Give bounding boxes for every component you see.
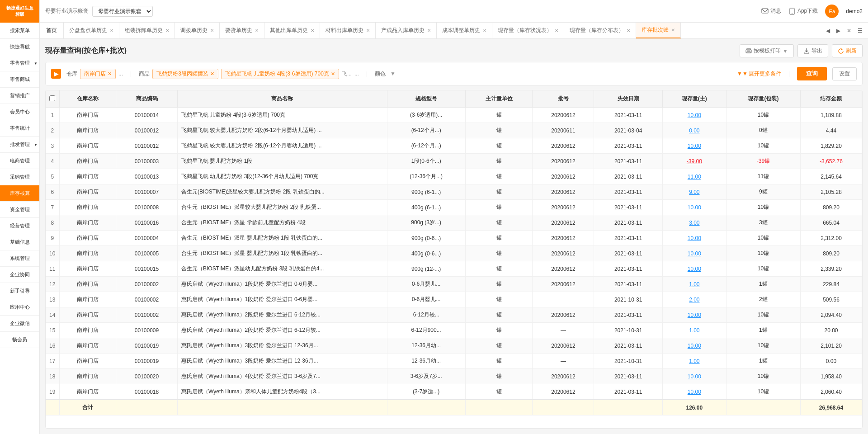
tab-menu[interactable]: ☰ <box>856 27 864 35</box>
message-button[interactable]: 消息 <box>761 7 781 15</box>
tab-item-8[interactable]: 现存量（库存状况表）✕ <box>492 23 564 38</box>
row-qty-main[interactable]: 0.00 <box>662 123 726 138</box>
sidebar-item-5[interactable]: 会员中心 <box>0 104 39 120</box>
tab-close-8[interactable]: ✕ <box>555 28 558 33</box>
tab-close-3[interactable]: ✕ <box>255 28 259 33</box>
product-tag-1[interactable]: 飞鹤奶粉3段丙罐摆装 ✕ <box>152 69 218 79</box>
export-button[interactable]: 导出 <box>797 44 828 57</box>
row-qty-main[interactable]: 2.00 <box>662 292 726 307</box>
warehouse-tag-close[interactable]: ✕ <box>108 71 112 77</box>
sidebar-item-18[interactable]: 企业微信 <box>0 316 39 332</box>
sidebar-item-7[interactable]: 批发管理 <box>0 137 39 153</box>
user-avatar[interactable]: Ea <box>825 5 839 18</box>
sidebar-item-12[interactable]: 经营管理 <box>0 218 39 234</box>
tab-item-2[interactable]: 调拨单历史✕ <box>175 23 220 38</box>
tab-bar: 首页 分盘盘点单历史✕组装拆卸单历史✕调拨单历史✕要货单历史✕其他出库单历史✕材… <box>40 23 868 39</box>
sidebar-item-6[interactable]: 零售统计 <box>0 120 39 137</box>
tab-item-10[interactable]: 库存批次账✕ <box>636 23 681 38</box>
sidebar-item-19[interactable]: 畅会员 <box>0 332 39 348</box>
row-qty-main[interactable]: 9.00 <box>662 184 726 200</box>
row-qty-main[interactable]: 1.00 <box>662 277 726 292</box>
tab-item-9[interactable]: 现存量（库存分布表）✕ <box>564 23 636 38</box>
select-all-checkbox[interactable] <box>49 95 55 101</box>
sidebar-item-14[interactable]: 系统管理 <box>0 250 39 267</box>
tab-item-5[interactable]: 材料出库单历史✕ <box>320 23 376 38</box>
col-header-1: 仓库名称 <box>59 90 116 108</box>
row-qty-main[interactable]: 10.00 <box>662 138 726 154</box>
settings-button[interactable]: 设置 <box>832 67 857 80</box>
row-batch: 20200612 <box>533 338 594 354</box>
sidebar-item-4[interactable]: 营销推广 <box>0 88 39 104</box>
sidebar-item-3[interactable]: 零售商城 <box>0 71 39 88</box>
row-qty-main[interactable]: -39.00 <box>662 154 726 169</box>
row-batch: 20200612 <box>533 200 594 215</box>
sidebar-item-15[interactable]: 企业协同 <box>0 267 39 283</box>
tab-close-9[interactable]: ✕ <box>627 28 630 33</box>
row-qty-main[interactable]: 10.00 <box>662 307 726 323</box>
row-qty-main[interactable]: 10.00 <box>662 108 726 123</box>
tab-item-0[interactable]: 分盘盘点单历史✕ <box>64 23 119 38</box>
user-name[interactable]: demo2 <box>846 8 863 14</box>
sidebar-item-1[interactable]: 快捷导航 <box>0 39 39 55</box>
product-tag-2[interactable]: 飞鹤星飞帆 儿童奶粉 4段(3-6岁适用) 700克 ✕ <box>221 69 339 79</box>
sidebar-item-10[interactable]: 库存核算 <box>0 185 39 202</box>
tab-item-6[interactable]: 产成品入库单历史✕ <box>376 23 437 38</box>
tab-close-2[interactable]: ✕ <box>210 28 214 33</box>
row-qty-main[interactable]: 1.00 <box>662 354 726 369</box>
sidebar-item-17[interactable]: 应用中心 <box>0 299 39 316</box>
row-qty-main[interactable]: 10.00 <box>662 200 726 215</box>
tab-item-4[interactable]: 其他出库单历史✕ <box>264 23 320 38</box>
refresh-button[interactable]: 刷新 <box>832 44 863 57</box>
tab-close-5[interactable]: ✕ <box>366 28 370 33</box>
template-print-button[interactable]: 按模板打印 ▼ <box>740 44 794 57</box>
expand-more-button[interactable]: ▼▼ 展开更多条件 <box>737 70 781 78</box>
sidebar-item-8[interactable]: 电商管理 <box>0 153 39 169</box>
row-qty-main[interactable]: 10.00 <box>662 246 726 261</box>
row-qty-main[interactable]: 10.00 <box>662 338 726 354</box>
product-more-dots[interactable]: ... <box>354 71 359 77</box>
warehouse-tag[interactable]: 南岸门店 ✕ <box>80 69 116 79</box>
sidebar-item-0[interactable]: 搜索菜单 <box>0 23 39 39</box>
product-tag-1-close[interactable]: ✕ <box>210 71 214 77</box>
row-qty-main[interactable]: 11.00 <box>662 169 726 184</box>
tab-close-1[interactable]: ✕ <box>165 28 169 33</box>
filter-expand-button[interactable]: ▶ <box>51 69 61 79</box>
tab-close-7[interactable]: ✕ <box>483 28 486 33</box>
tab-close-10[interactable]: ✕ <box>671 28 675 33</box>
tab-item-1[interactable]: 组装拆卸单历史✕ <box>119 23 175 38</box>
tab-item-3[interactable]: 要货单历史✕ <box>220 23 264 38</box>
tab-close-0[interactable]: ✕ <box>110 28 113 33</box>
sidebar-item-16[interactable]: 新手引导 <box>0 283 39 299</box>
product-more[interactable]: 飞... <box>342 70 352 78</box>
row-num: 14 <box>46 307 59 323</box>
row-qty-main[interactable]: 10.00 <box>662 231 726 246</box>
row-qty-main[interactable]: 3.00 <box>662 215 726 231</box>
search-button[interactable]: 查询 <box>797 67 827 80</box>
row-qty-main[interactable]: 1.00 <box>662 323 726 338</box>
account-select[interactable]: 母婴行业演示账套 <box>92 6 153 17</box>
tab-home[interactable]: 首页 <box>40 23 64 38</box>
sidebar-item-2[interactable]: 零售管理 <box>0 55 39 71</box>
tab-prev-arrow[interactable]: ◀ <box>824 27 832 35</box>
sidebar-item-9[interactable]: 采购管理 <box>0 169 39 185</box>
tab-next-arrow[interactable]: ▶ <box>835 27 842 35</box>
row-code: 00100019 <box>116 338 178 354</box>
row-unit: 罐 <box>465 323 533 338</box>
row-qty-main[interactable]: 10.00 <box>662 384 726 400</box>
row-qty-main[interactable]: 10.00 <box>662 261 726 277</box>
sidebar-item-13[interactable]: 基础信息 <box>0 234 39 250</box>
sidebar-item-11[interactable]: 资金管理 <box>0 202 39 218</box>
tab-close-4[interactable]: ✕ <box>311 28 314 33</box>
tab-item-7[interactable]: 成本调整单历史✕ <box>437 23 492 38</box>
row-spec: 0-6月婴儿... <box>387 277 465 292</box>
row-warehouse: 南岸门店 <box>59 184 116 200</box>
tab-close-all[interactable]: ✕ <box>845 27 853 35</box>
tab-close-6[interactable]: ✕ <box>427 28 431 33</box>
row-num: 17 <box>46 354 59 369</box>
color-dropdown[interactable]: ▼ <box>390 71 396 77</box>
filter-sep1: | <box>130 71 132 77</box>
app-download-button[interactable]: App下载 <box>788 7 818 15</box>
row-qty-main[interactable]: 10.00 <box>662 369 726 384</box>
warehouse-more[interactable]: ... <box>118 71 123 77</box>
product-tag-2-close[interactable]: ✕ <box>331 71 335 77</box>
